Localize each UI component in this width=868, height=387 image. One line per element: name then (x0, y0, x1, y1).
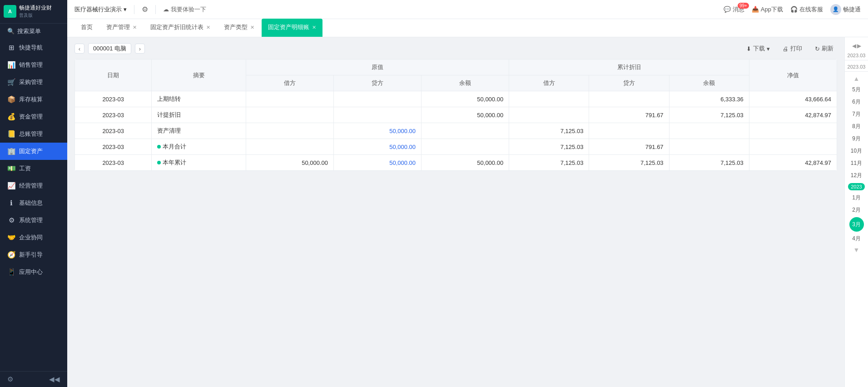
sidebar-item-payroll[interactable]: 💵 工资 (0, 160, 67, 177)
rp-month-12[interactable]: 12月 (845, 169, 868, 182)
tab-label: 固定资产折旧统计表 (150, 23, 203, 31)
sidebar-header: A 畅捷通好业财 普及版 (0, 0, 67, 24)
experience-btn[interactable]: ☁ 我要体验一下 (163, 5, 206, 14)
tab-close-icon[interactable]: ✕ (250, 25, 254, 30)
print-button[interactable]: 🖨 打印 (779, 43, 806, 55)
app-download-btn[interactable]: 📥 App下载 (752, 5, 783, 14)
td-ov-balance (422, 123, 509, 139)
payroll-icon: 💵 (7, 164, 15, 173)
td-ov-credit: 50,000.00 (334, 139, 422, 155)
sidebar-item-label: 新手引导 (19, 251, 43, 259)
th-ad-balance: 余额 (669, 75, 749, 91)
settings-footer-icon[interactable]: ⚙ (7, 375, 13, 383)
rp-month-6[interactable]: 6月 (845, 96, 868, 108)
expand-icon2: ▶ (857, 43, 861, 49)
company-dropdown-icon: ▾ (124, 6, 127, 13)
tab-asset-management[interactable]: 资产管理 ✕ (100, 19, 143, 37)
sidebar-item-fixed-assets[interactable]: 🏢 固定资产 (0, 143, 67, 160)
customer-service-label: 在线客服 (799, 5, 823, 14)
customer-service-btn[interactable]: 🎧 在线客服 (790, 5, 823, 14)
td-ad-credit: 791.67 (589, 107, 669, 123)
prev-asset-button[interactable]: ‹ (74, 44, 84, 54)
search-icon: 🔍 (7, 28, 15, 35)
sidebar-item-label: 采购管理 (19, 78, 43, 86)
rp-month-3-active[interactable]: 3月 (849, 217, 864, 232)
sidebar-item-basic-info[interactable]: ℹ 基础信息 (0, 194, 67, 212)
sidebar-item-finance[interactable]: 💰 资金管理 (0, 108, 67, 125)
tab-depreciation-table[interactable]: 固定资产折旧统计表 ✕ (144, 19, 217, 37)
sidebar-search[interactable]: 🔍 搜索菜单 (0, 24, 67, 39)
th-ov-debit: 借方 (246, 75, 333, 91)
td-ad-debit (509, 91, 589, 107)
rp-month-9[interactable]: 9月 (845, 133, 868, 145)
sidebar-item-guide[interactable]: 🧭 新手引导 (0, 246, 67, 263)
download-arrow: ▾ (767, 45, 770, 52)
panel-expand-btn[interactable]: ◀ ▶ (850, 41, 863, 51)
sidebar: A 畅捷通好业财 普及版 🔍 搜索菜单 ⊞ 快捷导航 📊 销售管理 🛒 采购管理… (0, 0, 67, 387)
company-selector[interactable]: 医疗器械行业演示 ▾ (74, 5, 127, 14)
asset-nav: ‹ 000001 电脑 › ⬇ 下载 ▾ 🖨 打印 (74, 43, 837, 55)
tab-asset-type[interactable]: 资产类型 ✕ (218, 19, 261, 37)
tab-close-icon[interactable]: ✕ (206, 25, 210, 30)
rp-month-8[interactable]: 8月 (845, 120, 868, 133)
sidebar-item-label: 快捷导航 (19, 44, 43, 52)
table-row: 2023-03 资产清理 50,000.00 7,125.03 (75, 123, 837, 139)
download-button[interactable]: ⬇ 下载 ▾ (743, 43, 774, 55)
user-menu[interactable]: 👤 畅捷通 (830, 4, 861, 15)
sidebar-item-inventory[interactable]: 📦 库存核算 (0, 91, 67, 108)
next-asset-button[interactable]: › (135, 44, 145, 54)
sidebar-item-label: 应用中心 (19, 268, 43, 276)
tab-close-icon[interactable]: ✕ (133, 25, 137, 30)
print-icon: 🖨 (783, 45, 789, 52)
edition-label: 普及版 (19, 12, 52, 19)
sidebar-item-system[interactable]: ⚙ 系统管理 (0, 212, 67, 229)
rp-month-4[interactable]: 4月 (845, 233, 868, 245)
rp-month-2[interactable]: 2月 (845, 204, 868, 216)
table-row: 2023-03 计提折旧 50,000.00 791.67 7,125.03 4… (75, 107, 837, 123)
rp-month-11[interactable]: 11月 (845, 157, 868, 169)
td-summary: 计提折旧 (152, 107, 246, 123)
sidebar-item-app-center[interactable]: 📱 应用中心 (0, 263, 67, 281)
th-date: 日期 (75, 60, 152, 91)
td-ad-balance: 7,125.03 (669, 107, 749, 123)
sidebar-item-purchase[interactable]: 🛒 采购管理 (0, 74, 67, 91)
brand-name: 畅捷通好业财 (19, 5, 52, 12)
messages-badge: 99+ (738, 3, 749, 9)
quick-nav-icon: ⊞ (7, 44, 15, 52)
tab-home[interactable]: 首页 (74, 19, 99, 37)
rp-header1: 2023.03 (845, 51, 868, 60)
td-ad-credit (589, 91, 669, 107)
tab-label: 资产管理 (106, 23, 130, 31)
sidebar-item-sales[interactable]: 📊 销售管理 (0, 56, 67, 74)
asset-nav-right: ⬇ 下载 ▾ 🖨 打印 ↻ 刷新 (743, 43, 837, 55)
th-ad-credit: 贷方 (589, 75, 669, 91)
topbar-divider (134, 5, 134, 14)
rp-month-10[interactable]: 10月 (845, 145, 868, 157)
td-net-value (749, 139, 837, 155)
sidebar-item-label: 库存核算 (19, 95, 43, 104)
logo-icon: A (4, 5, 16, 18)
sidebar-item-cooperation[interactable]: 🤝 企业协同 (0, 229, 67, 246)
collapse-icon[interactable]: ◀◀ (49, 375, 60, 383)
rp-up-arrow[interactable]: ▲ (853, 74, 860, 84)
sidebar-item-ledger[interactable]: 📒 总账管理 (0, 125, 67, 143)
asset-code: 000001 (93, 45, 113, 52)
topbar-gear-icon[interactable]: ⚙ (142, 5, 148, 14)
green-dot-icon (157, 145, 161, 149)
rp-month-1[interactable]: 1月 (845, 192, 868, 204)
td-date: 2023-03 (75, 107, 152, 123)
td-ad-debit: 7,125.03 (509, 123, 589, 139)
rp-month-5[interactable]: 5月 (845, 84, 868, 96)
search-label: 搜索菜单 (17, 27, 41, 35)
tab-asset-detail[interactable]: 固定资产明细账 ✕ (262, 19, 322, 37)
topbar: 医疗器械行业演示 ▾ ⚙ ☁ 我要体验一下 💬 消息 99+ 📥 App下载 🎧… (67, 0, 868, 19)
refresh-button[interactable]: ↻ 刷新 (811, 43, 837, 55)
sidebar-item-operations[interactable]: 📈 经营管理 (0, 177, 67, 194)
sidebar-item-quick-nav[interactable]: ⊞ 快捷导航 (0, 39, 67, 56)
rp-down-arrow[interactable]: ▼ (853, 245, 860, 255)
rp-month-7[interactable]: 7月 (845, 108, 868, 120)
tab-close-icon[interactable]: ✕ (312, 25, 316, 30)
inventory-icon: 📦 (7, 95, 15, 104)
messages-btn[interactable]: 💬 消息 99+ (724, 5, 744, 14)
td-summary: 资产清理 (152, 123, 246, 139)
